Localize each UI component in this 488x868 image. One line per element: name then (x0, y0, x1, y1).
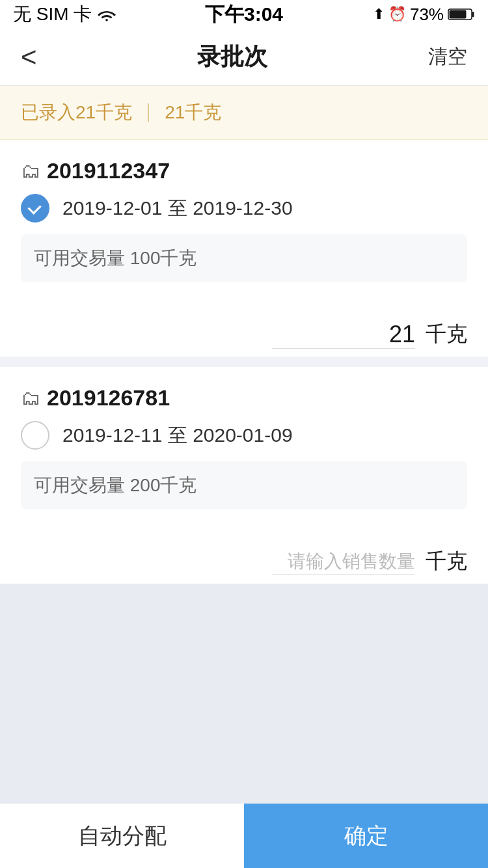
card-date-row-1: 2019-12-01 至 2019-12-30 (21, 194, 467, 223)
auto-distribute-button[interactable]: 自动分配 (0, 804, 244, 868)
batch-date-2: 2019-12-11 至 2020-01-09 (62, 422, 293, 449)
status-time: 下午3:04 (205, 1, 283, 28)
avail-box-2: 可用交易量 200千克 (21, 461, 467, 509)
confirm-button[interactable]: 确定 (244, 804, 488, 868)
amount-unit-2: 千克 (426, 547, 467, 576)
carrier-text: 无 SIM 卡 (13, 2, 92, 27)
batch-id-1: 2019112347 (47, 158, 170, 183)
status-right: ⬆ ⏰ 73% (373, 5, 475, 25)
wifi-icon (97, 7, 116, 21)
amount-row-1: 21 千克 (0, 307, 488, 357)
section-divider (0, 357, 488, 367)
batch-icon-2: 🗂 (21, 387, 40, 409)
info-banner: 已录入21千克 21千克 (0, 86, 488, 140)
batch-date-1: 2019-12-01 至 2019-12-30 (62, 195, 293, 222)
info-divider (148, 103, 149, 122)
batch-id-2: 2019126781 (47, 385, 170, 411)
page-title: 录批次 (197, 41, 267, 73)
battery-text: 73% (410, 5, 444, 25)
location-icon: ⬆ (373, 6, 385, 23)
avail-text-2: 可用交易量 200千克 (34, 475, 197, 495)
amount-unit-1: 千克 (426, 320, 467, 349)
recorded-value: 21千克 (165, 100, 221, 125)
svg-rect-1 (472, 12, 474, 17)
card-date-row-2: 2019-12-11 至 2020-01-09 (21, 421, 467, 450)
amount-underline-2 (272, 574, 415, 575)
card-id-row-1: 🗂 2019112347 (21, 158, 467, 183)
batch-icon-1: 🗂 (21, 160, 40, 182)
amount-row-2: 请输入销售数量 千克 (0, 534, 488, 584)
batch-card-2: 🗂 2019126781 2019-12-11 至 2020-01-09 可用交… (0, 367, 488, 534)
amount-input-wrapper-1: 21 (272, 321, 415, 349)
bottom-bar: 自动分配 确定 (0, 803, 488, 868)
status-bar: 无 SIM 卡 下午3:04 ⬆ ⏰ 73% (0, 0, 488, 29)
status-left: 无 SIM 卡 (13, 2, 116, 27)
alarm-icon: ⏰ (388, 6, 406, 23)
recorded-label: 已录入21千克 (21, 100, 132, 125)
avail-box-1: 可用交易量 100千克 (21, 234, 467, 282)
amount-underline-1 (272, 348, 415, 349)
amount-value-1[interactable]: 21 (389, 321, 415, 348)
amount-input-wrapper-2: 请输入销售数量 (272, 549, 415, 575)
avail-text-1: 可用交易量 100千克 (34, 248, 197, 268)
back-button[interactable]: < (21, 44, 37, 71)
battery-icon (448, 8, 475, 21)
amount-placeholder-2[interactable]: 请输入销售数量 (288, 549, 415, 574)
radio-select-1[interactable] (21, 194, 49, 223)
batch-card-1: 🗂 2019112347 2019-12-01 至 2019-12-30 可用交… (0, 140, 488, 307)
radio-select-2[interactable] (21, 421, 49, 450)
card-id-row-2: 🗂 2019126781 (21, 385, 467, 411)
clear-button[interactable]: 清空 (428, 44, 467, 70)
content-area: 🗂 2019112347 2019-12-01 至 2019-12-30 可用交… (0, 140, 488, 868)
svg-rect-2 (450, 10, 467, 19)
nav-bar: < 录批次 清空 (0, 29, 488, 86)
